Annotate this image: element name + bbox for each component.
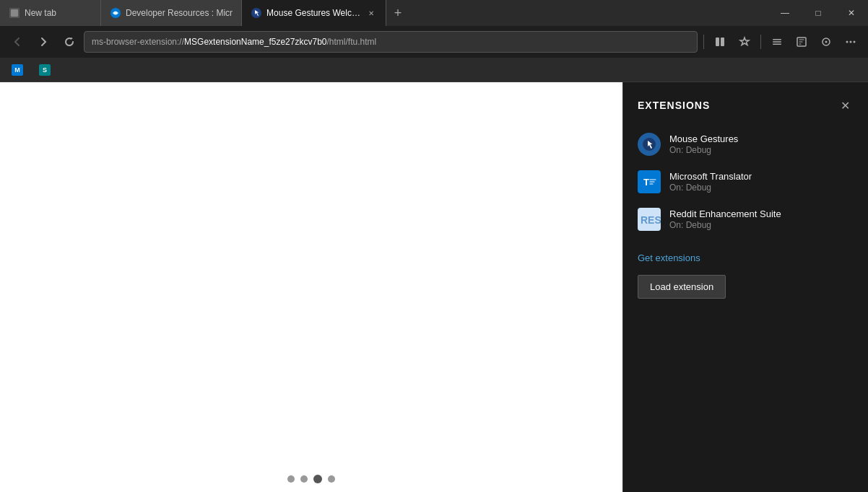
fav-sp-icon: S (39, 64, 51, 76)
svg-point-14 (854, 41, 856, 43)
fav-item-ms[interactable]: M (6, 61, 29, 79)
titlebar: New tab Developer Resources : Micr Mouse… (0, 0, 868, 26)
close-button[interactable]: ✕ (835, 0, 868, 26)
panel-header: EXTENSIONS ✕ (623, 82, 868, 126)
svg-text:T: T (643, 177, 649, 188)
tab-newtab-label: New tab (25, 8, 92, 18)
svg-rect-1 (11, 9, 18, 17)
mg-icon (638, 133, 661, 156)
extension-list: Mouse Gestures On: Debug T Microsoft Tra… (623, 126, 868, 238)
url-bar[interactable]: ms-browser-extension://MSGextensionName_… (84, 31, 698, 53)
mst-status: On: Debug (669, 183, 752, 193)
res-status: On: Debug (669, 220, 781, 230)
get-extensions-link[interactable]: Get extensions (623, 238, 868, 275)
tab-devresources[interactable]: Developer Resources : Micr (101, 0, 242, 26)
load-extension-button[interactable]: Load extension (638, 275, 726, 299)
extensions-panel: EXTENSIONS ✕ Mouse Gestures On: Debug (622, 82, 868, 492)
pagination-dot-4[interactable] (328, 475, 335, 483)
more-icon[interactable] (839, 30, 862, 53)
svg-rect-6 (773, 39, 781, 40)
pagination-dot-2[interactable] (300, 475, 308, 483)
addressbar: ms-browser-extension://MSGextensionName_… (0, 26, 868, 58)
mst-info: Microsoft Translator On: Debug (669, 171, 752, 193)
extension-item-mstranslator[interactable]: T Microsoft Translator On: Debug (638, 163, 854, 201)
svg-rect-4 (716, 38, 719, 46)
mg-tab-icon (251, 7, 262, 19)
make-web-note-icon[interactable] (790, 30, 813, 53)
menu-icon[interactable] (765, 30, 789, 53)
favorites-bar: M S (0, 58, 868, 82)
res-name: Reddit Enhancement Suite (669, 208, 781, 219)
pagination-dots (287, 475, 335, 483)
svg-point-13 (850, 41, 852, 43)
tab-devresources-label: Developer Resources : Micr (126, 8, 233, 18)
main-area: EXTENSIONS ✕ Mouse Gestures On: Debug (0, 82, 868, 492)
maximize-button[interactable]: □ (802, 0, 835, 26)
url-bold: MSGextensionName_f5ze27zkcv7b0 (184, 37, 326, 47)
tab-mousegestures-close[interactable]: ✕ (365, 7, 377, 19)
mg-status: On: Debug (669, 145, 738, 155)
fav-item-sp[interactable]: S (33, 61, 56, 79)
toolbar-divider (703, 35, 704, 49)
back-button[interactable] (6, 30, 29, 53)
extension-item-mousegestures[interactable]: Mouse Gestures On: Debug (638, 126, 854, 163)
svg-rect-5 (721, 38, 724, 46)
mst-name: Microsoft Translator (669, 171, 752, 182)
svg-text:RES: RES (641, 214, 661, 226)
tab-newtab[interactable]: New tab (0, 0, 101, 26)
mg-info: Mouse Gestures On: Debug (669, 133, 738, 155)
panel-title: EXTENSIONS (638, 100, 710, 111)
url-suffix: /html/ftu.html (326, 37, 376, 47)
tab-mousegestures[interactable]: Mouse Gestures Welcom ✕ (242, 0, 386, 26)
toolbar-divider-2 (760, 35, 761, 49)
res-icon: RES (638, 208, 661, 231)
page-content (0, 82, 622, 492)
pagination-dot-3[interactable] (313, 475, 322, 483)
reading-view-icon[interactable] (708, 30, 732, 53)
extension-item-res[interactable]: RES Reddit Enhancement Suite On: Debug (638, 201, 854, 238)
favorites-icon[interactable] (733, 30, 756, 53)
tab-mousegestures-label: Mouse Gestures Welcom (266, 8, 361, 18)
url-prefix: ms-browser-extension:// (92, 37, 184, 47)
forward-button[interactable] (32, 30, 55, 53)
reload-button[interactable] (58, 30, 81, 53)
panel-close-button[interactable]: ✕ (836, 97, 854, 114)
svg-point-11 (825, 41, 828, 43)
mg-name: Mouse Gestures (669, 133, 738, 144)
mst-icon: T (638, 170, 661, 193)
res-info: Reddit Enhancement Suite On: Debug (669, 208, 781, 230)
new-tab-button[interactable]: + (386, 1, 409, 25)
window-controls: — □ ✕ (768, 0, 868, 26)
new-tab-page-icon (9, 7, 20, 19)
svg-rect-8 (773, 44, 781, 45)
edge-icon (110, 7, 121, 19)
minimize-button[interactable]: — (768, 0, 802, 26)
svg-point-12 (846, 41, 849, 43)
toolbar-right (700, 30, 862, 53)
fav-ms-icon: M (12, 64, 23, 76)
hub-icon[interactable] (815, 30, 838, 53)
pagination-dot-1[interactable] (287, 475, 295, 483)
svg-rect-7 (773, 41, 781, 43)
